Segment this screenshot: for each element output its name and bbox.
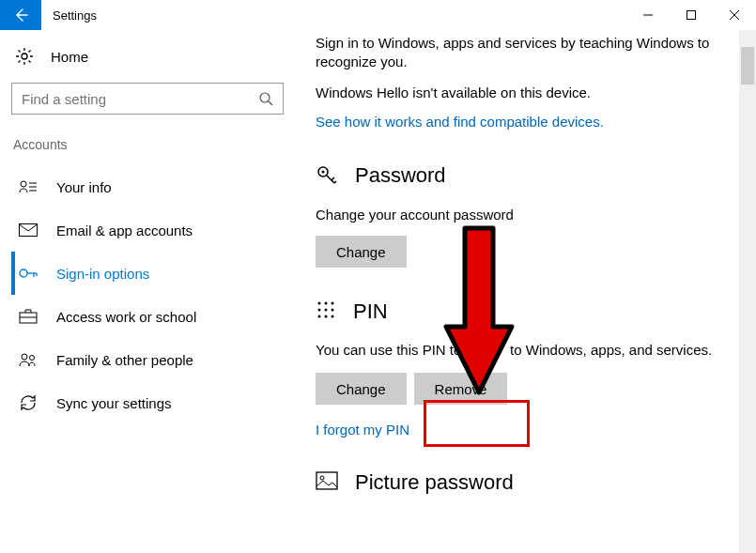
forgot-pin-link[interactable]: I forgot my PIN: [316, 422, 409, 438]
svg-point-24: [332, 302, 334, 305]
window-controls: [626, 0, 756, 30]
titlebar: Settings: [0, 0, 756, 30]
briefcase-icon: [19, 309, 38, 324]
svg-point-32: [320, 476, 324, 480]
svg-point-12: [20, 269, 27, 277]
keypad-icon: [316, 300, 336, 324]
pin-desc: You can use this PIN to sign in to Windo…: [316, 341, 713, 360]
nav-label: Email & app accounts: [56, 223, 193, 238]
hello-compat-link[interactable]: See how it works and find compatible dev…: [316, 114, 604, 130]
svg-point-21: [322, 170, 325, 173]
sidebar-item-sync-settings[interactable]: Sync your settings: [11, 381, 291, 424]
svg-point-18: [22, 354, 27, 360]
key-icon: [316, 162, 338, 189]
svg-point-4: [22, 54, 27, 59]
svg-point-28: [318, 315, 321, 318]
search-box[interactable]: [11, 83, 284, 115]
svg-rect-31: [316, 472, 337, 489]
home-link[interactable]: Home: [11, 38, 291, 83]
search-icon: [258, 91, 273, 106]
svg-point-29: [325, 315, 328, 318]
pin-remove-button[interactable]: Remove: [414, 373, 508, 405]
section-title: Picture password: [355, 470, 514, 495]
svg-point-23: [325, 302, 328, 305]
key-icon: [19, 266, 38, 281]
window-title: Settings: [41, 8, 626, 23]
picture-password-heading: Picture password: [316, 470, 713, 495]
sidebar-item-your-info[interactable]: Your info: [11, 165, 291, 208]
sync-icon: [19, 394, 38, 411]
scrollbar[interactable]: [739, 30, 756, 553]
sidebar-item-email-accounts[interactable]: Email & app accounts: [11, 208, 291, 252]
svg-point-30: [332, 315, 334, 318]
person-card-icon: [19, 179, 38, 194]
search-input[interactable]: [22, 91, 258, 107]
maximize-button[interactable]: [670, 0, 713, 30]
maximize-icon: [687, 10, 696, 20]
category-title: Accounts: [11, 137, 291, 152]
hello-description: Sign in to Windows, apps and services by…: [316, 34, 713, 72]
gear-icon: [15, 47, 34, 66]
nav-label: Your info: [56, 179, 112, 195]
svg-point-7: [21, 181, 26, 187]
password-heading: Password: [316, 162, 713, 189]
mail-icon: [19, 223, 38, 237]
nav-label: Access work or school: [56, 309, 196, 325]
home-label: Home: [51, 49, 88, 65]
svg-point-19: [30, 356, 35, 361]
section-title: Password: [355, 163, 446, 188]
svg-point-27: [332, 309, 334, 312]
svg-point-26: [325, 309, 328, 312]
pin-heading: PIN: [316, 300, 713, 324]
pin-change-button[interactable]: Change: [316, 373, 407, 405]
arrow-left-icon: [13, 8, 28, 23]
section-title: PIN: [353, 300, 388, 324]
picture-icon: [316, 471, 338, 494]
svg-line-6: [269, 101, 272, 105]
sidebar-item-access-work-school[interactable]: Access work or school: [11, 295, 291, 338]
main-pane: Sign in to Windows, apps and services by…: [291, 30, 756, 553]
close-icon: [730, 10, 739, 20]
sidebar: Home Accounts Your info Email & app acco…: [0, 30, 291, 553]
svg-rect-11: [20, 224, 38, 237]
sidebar-item-family-people[interactable]: Family & other people: [11, 338, 291, 381]
svg-point-25: [318, 309, 321, 312]
people-icon: [19, 352, 38, 367]
password-change-button[interactable]: Change: [316, 236, 407, 268]
nav-label: Sync your settings: [56, 395, 172, 411]
svg-rect-1: [687, 11, 696, 20]
back-button[interactable]: [0, 0, 41, 30]
minimize-icon: [643, 10, 653, 20]
minimize-button[interactable]: [626, 0, 670, 30]
svg-point-5: [260, 93, 270, 102]
password-desc: Change your account password: [316, 206, 713, 224]
scroll-thumb[interactable]: [741, 47, 754, 84]
nav-label: Family & other people: [56, 352, 193, 368]
close-button[interactable]: [713, 0, 756, 30]
sidebar-item-sign-in-options[interactable]: Sign-in options: [11, 252, 291, 295]
svg-point-22: [318, 302, 321, 305]
hello-unavailable: Windows Hello isn't available on this de…: [316, 84, 713, 102]
nav-label: Sign-in options: [56, 266, 149, 282]
